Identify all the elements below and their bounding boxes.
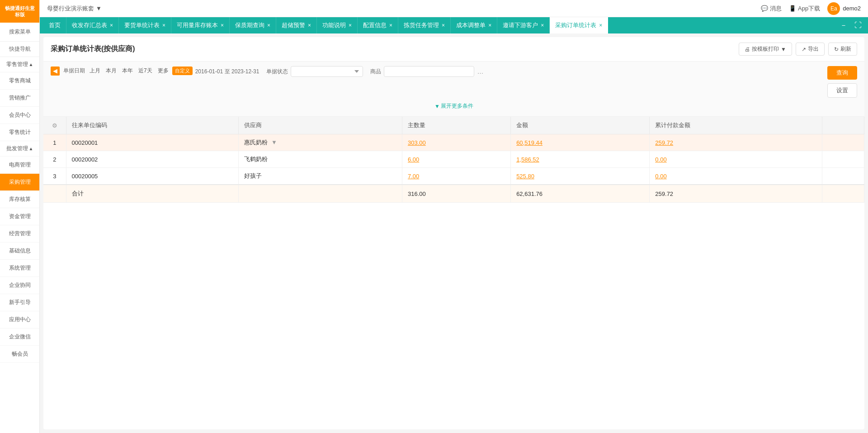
row1-paid-link[interactable]: 259.72: [655, 139, 673, 146]
row3-amount-link[interactable]: 525.80: [516, 173, 534, 180]
tab-invite-downstream[interactable]: 邀请下游客户 ×: [497, 17, 550, 33]
global-right: 💬 消息 📱 App下载 Ea demo2: [761, 2, 861, 15]
date-shortcut-this-month[interactable]: 本月: [104, 66, 118, 76]
tab-overstock-alert[interactable]: 超储预警 ×: [276, 17, 317, 33]
sidebar-item-ecommerce[interactable]: 电商管理: [0, 157, 39, 174]
expand-down-icon: ▼: [434, 103, 440, 109]
tab-func-desc[interactable]: 功能说明 ×: [317, 17, 358, 33]
row2-paid-link[interactable]: 0.00: [655, 156, 666, 163]
date-shortcut-7days[interactable]: 近7天: [137, 66, 154, 76]
quick-nav-button[interactable]: 快捷导航: [0, 42, 39, 57]
message-label: 消息: [770, 5, 782, 13]
goods-input[interactable]: [384, 66, 474, 77]
row2-qty-link[interactable]: 6.00: [408, 156, 419, 163]
message-button[interactable]: 💬 消息: [761, 5, 782, 13]
sidebar-item-enterprise-collab[interactable]: 企业协同: [0, 277, 39, 294]
sidebar-item-marketing[interactable]: 营销推广: [0, 90, 39, 107]
tab-config-info-close-icon[interactable]: ×: [389, 22, 392, 29]
sidebar-item-purchase-mgmt[interactable]: 采购管理: [0, 174, 39, 191]
tab-receive-send[interactable]: 收发存汇总表 ×: [66, 17, 119, 33]
tab-available-stock[interactable]: 可用量库存账本 ×: [171, 17, 230, 33]
sidebar-item-wholesale-mgmt[interactable]: 批发管理 ▲: [0, 141, 39, 157]
tab-purchase-stats-close-icon[interactable]: ×: [599, 22, 602, 29]
tab-overstock-alert-close-icon[interactable]: ×: [308, 22, 311, 29]
sidebar-item-retail-stats[interactable]: 零售统计: [0, 124, 39, 141]
sidebar-item-retail-mgmt[interactable]: 零售管理 ▲: [0, 57, 39, 72]
sidebar-item-enterprise-wechat[interactable]: 企业微信: [0, 328, 39, 346]
sidebar-logo: 畅捷通好生意 标版: [0, 0, 39, 23]
row2-qty: 6.00: [402, 151, 510, 168]
sidebar-item-system[interactable]: 系统管理: [0, 260, 39, 277]
goods-more-icon[interactable]: …: [477, 68, 483, 75]
export-button[interactable]: ↗ 导出: [796, 43, 825, 56]
sidebar-item-app-center[interactable]: 应用中心: [0, 311, 39, 328]
tab-goods-stats[interactable]: 要货单统计表 ×: [119, 17, 171, 33]
tab-available-stock-close-icon[interactable]: ×: [221, 22, 224, 29]
row1-amount-link[interactable]: 60,519.44: [516, 139, 542, 146]
main-area: 母婴行业演示账套 ▼ 💬 消息 📱 App下载 Ea demo2 首页 收发存汇…: [40, 0, 868, 433]
sidebar-item-inventory[interactable]: 库存核算: [0, 191, 39, 208]
tab-cost-adjust-close-icon[interactable]: ×: [488, 22, 491, 29]
sidebar-item-finance[interactable]: 资金管理: [0, 208, 39, 225]
filter-collapse-button[interactable]: ◀: [51, 67, 60, 76]
table-settings-icon[interactable]: ⚙: [52, 122, 57, 129]
tab-overstock-alert-label: 超储预警: [282, 21, 305, 29]
refresh-button[interactable]: ↻ 刷新: [828, 43, 857, 56]
tab-cost-adjust[interactable]: 成本调整单 ×: [451, 17, 497, 33]
row1-expand-icon[interactable]: ▼: [271, 139, 277, 146]
sidebar-item-membership[interactable]: 畅会员: [0, 346, 39, 363]
table-row: 3 00020005 好孩子 7.00 525.80 0.00: [43, 168, 864, 185]
newbie-label: 新手引导: [9, 299, 31, 306]
tab-shelf-life-close-icon[interactable]: ×: [267, 22, 270, 29]
page-title: 采购订单统计表(按供应商): [51, 44, 135, 54]
row2-paid: 0.00: [650, 151, 822, 168]
sidebar-item-retail-mall[interactable]: 零售商城: [0, 72, 39, 90]
tab-invite-downstream-close-icon[interactable]: ×: [541, 22, 544, 29]
row3-qty-link[interactable]: 7.00: [408, 173, 419, 180]
row1-qty: 303.00: [402, 134, 510, 151]
print-button[interactable]: 🖨 按模板打印 ▼: [739, 43, 792, 56]
purchase-mgmt-label: 采购管理: [9, 178, 31, 186]
tab-func-desc-close-icon[interactable]: ×: [349, 22, 352, 29]
date-shortcut-this-year[interactable]: 本年: [120, 66, 135, 76]
sidebar-item-basics[interactable]: 基础信息: [0, 243, 39, 260]
workspace-selector[interactable]: 母婴行业演示账套 ▼: [47, 5, 102, 13]
expand-filter-button[interactable]: ▼ 展开更多条件: [434, 102, 473, 110]
col-amount-header: 金额: [511, 117, 650, 134]
tab-config-info[interactable]: 配置信息 ×: [358, 17, 398, 33]
tab-maximize-button[interactable]: ⛶: [852, 21, 864, 29]
date-range-display: 2016-01-01 至 2023-12-31: [195, 68, 259, 76]
sidebar-item-operations[interactable]: 经营管理: [0, 225, 39, 243]
date-shortcut-more[interactable]: 更多: [156, 66, 170, 76]
query-button[interactable]: 查询: [827, 66, 857, 80]
row3-paid-link[interactable]: 0.00: [655, 173, 666, 180]
date-custom-badge[interactable]: 自定义: [172, 67, 193, 75]
search-menu-button[interactable]: 搜索菜单: [3, 26, 37, 38]
enterprise-wechat-label: 企业微信: [9, 333, 31, 341]
row2-amount-link[interactable]: 1,586.52: [516, 156, 539, 163]
row1-extra: [822, 134, 864, 151]
tab-shelf-life[interactable]: 保质期查询 ×: [230, 17, 276, 33]
tab-minimize-button[interactable]: －: [837, 21, 850, 30]
user-profile[interactable]: Ea demo2: [827, 2, 861, 15]
sidebar: 畅捷通好生意 标版 搜索菜单 快捷导航 零售管理 ▲ 零售商城 营销推广 会员中…: [0, 0, 40, 433]
sidebar-search-section[interactable]: 搜索菜单: [0, 23, 39, 42]
row1-qty-link[interactable]: 303.00: [408, 139, 426, 146]
tab-purchase-stats[interactable]: 采购订单统计表 ×: [550, 17, 608, 33]
status-select[interactable]: [291, 66, 363, 77]
setting-button[interactable]: 设置: [827, 83, 857, 98]
sidebar-item-newbie[interactable]: 新手引导: [0, 294, 39, 311]
footer-empty: [43, 185, 66, 203]
tab-pick-task-close-icon[interactable]: ×: [442, 22, 445, 29]
col-paid-header: 累计付款金额: [650, 117, 822, 134]
tab-home[interactable]: 首页: [43, 17, 66, 33]
global-topbar: 母婴行业演示账套 ▼ 💬 消息 📱 App下载 Ea demo2: [40, 0, 868, 17]
tab-goods-stats-close-icon[interactable]: ×: [162, 22, 165, 29]
sidebar-item-member[interactable]: 会员中心: [0, 107, 39, 124]
tab-receive-send-close-icon[interactable]: ×: [110, 22, 113, 29]
date-shortcut-last-month[interactable]: 上月: [88, 66, 102, 76]
col-code-header: 往来单位编码: [66, 117, 239, 134]
tab-pick-task[interactable]: 拣货任务管理 ×: [398, 17, 451, 33]
app-download-button[interactable]: 📱 App下载: [789, 5, 820, 13]
inventory-label: 库存核算: [9, 195, 31, 203]
